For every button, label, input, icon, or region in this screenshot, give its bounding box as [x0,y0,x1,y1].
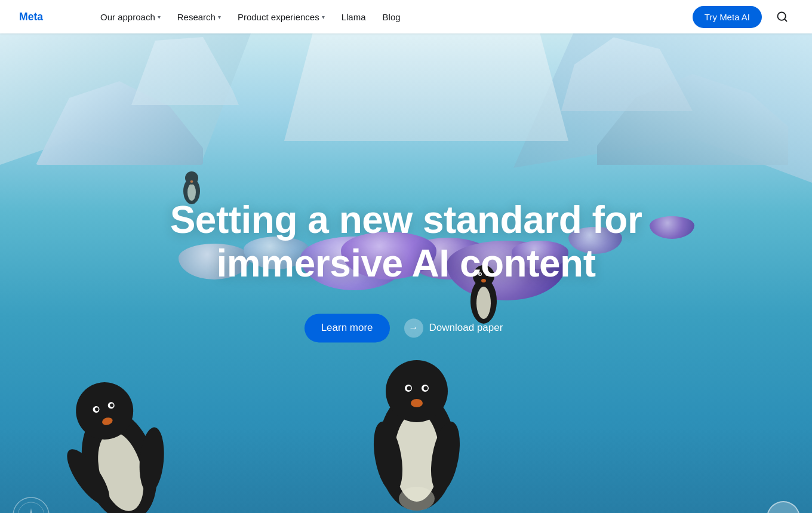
search-button[interactable] [771,6,793,27]
hero-content: Setting a new standard for immersive AI … [137,198,675,346]
svg-point-6 [411,399,423,407]
hero-actions: Learn more → Download paper [137,310,675,346]
ai-watermark: IMAGINED WITH AI [12,496,50,513]
svg-point-9 [407,386,411,391]
chevron-down-icon: ▾ [322,14,325,20]
chevron-down-icon: ▾ [218,14,221,20]
navbar: Meta Our approach ▾ Research ▾ Product e… [0,0,812,33]
ice-detail [0,33,812,165]
nav-item-llama[interactable]: Llama [334,7,373,27]
hero-title: Setting a new standard for immersive AI … [137,198,675,286]
chevron-down-icon: ▾ [158,14,161,20]
svg-line-2 [785,19,787,21]
search-icon [776,11,788,23]
penguin-left [81,349,201,513]
svg-point-15 [399,487,435,511]
svg-point-5 [386,360,448,422]
nav-right: Try Meta AI [693,6,793,28]
svg-point-10 [424,386,428,391]
hero-section: Setting a new standard for immersive AI … [0,33,812,513]
nav-item-our-approach[interactable]: Our approach ▾ [93,7,168,27]
arrow-right-icon: → [404,318,423,337]
nav-item-product-experiences[interactable]: Product experiences ▾ [230,7,332,27]
try-meta-ai-button[interactable]: Try Meta AI [693,6,762,28]
penguin-main [363,331,470,513]
nav-item-blog[interactable]: Blog [376,7,408,27]
nav-item-research[interactable]: Research ▾ [170,7,228,27]
meta-logo[interactable]: Meta [19,10,76,24]
download-paper-button[interactable]: → Download paper [399,310,508,346]
learn-more-button[interactable]: Learn more [304,314,390,342]
nav-links: Our approach ▾ Research ▾ Product experi… [93,7,408,27]
svg-text:Meta: Meta [19,11,43,23]
svg-point-39 [190,180,193,183]
nav-left: Meta Our approach ▾ Research ▾ Product e… [19,7,408,27]
